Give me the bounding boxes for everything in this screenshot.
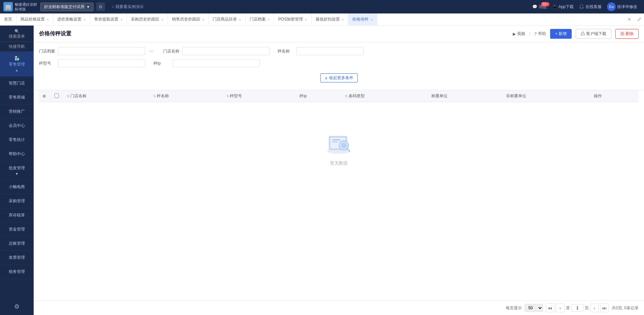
add-button[interactable]: + 新增 — [550, 29, 572, 39]
store-file-dots-button[interactable]: ··· — [148, 48, 155, 54]
tab-close-store-file[interactable]: × — [268, 18, 270, 22]
col-non-weight-unit: 非称重单位 — [503, 90, 591, 102]
tab-min-discount[interactable]: 最低折扣设置 × — [312, 13, 348, 26]
video-link[interactable]: ▶ 视频 — [513, 31, 525, 37]
sidebar-item-smart-store[interactable]: 智慧门店 — [0, 76, 34, 91]
tab-close-sale-history[interactable]: × — [202, 18, 204, 22]
headset-icon: 🎧 — [579, 4, 584, 9]
tab-purchase-strategy[interactable]: 进价策略设置 × — [53, 13, 90, 26]
table-area: 查询 设置 ⚙ ⇅ 门店名称 — [34, 90, 644, 301]
per-page-select[interactable]: 50 10 20 100 — [525, 304, 543, 312]
tab-store-file[interactable]: 门店档案 × — [246, 13, 274, 26]
tab-close-purchase-history[interactable]: × — [161, 18, 163, 22]
sidebar-settings-button[interactable]: ⚙ — [0, 298, 34, 315]
sidebar-item-retail-stats[interactable]: 零售统计 — [0, 133, 34, 147]
retail-icon: 🏪 — [14, 56, 20, 61]
sidebar-item-marketing[interactable]: 营销推广 — [0, 105, 34, 119]
content-area: 价格传秤设置 ▶ 视频 | ? 帮助 + 新增 凸 客户端下载 面 — [34, 26, 644, 315]
first-page-button[interactable]: ⏮ — [546, 304, 554, 312]
tab-close-all-button[interactable]: × — [624, 16, 634, 23]
sidebar-item-retail-mall[interactable]: 零售商城 — [0, 91, 34, 105]
prev-page-button[interactable]: ‹ — [556, 304, 565, 312]
tab-price-settings[interactable]: 商品价格设置 × — [16, 13, 53, 26]
empty-icon — [322, 129, 356, 156]
tab-purchase-history[interactable]: 采购历史价跟踪 × — [127, 13, 168, 26]
col-scale-model: ⇅ 秤型号 — [223, 90, 296, 102]
sidebar-arrow-retail: ▲ — [15, 68, 19, 72]
sidebar-item-help-center[interactable]: 帮助中心 — [0, 147, 34, 161]
tab-sale-history[interactable]: 销售历史价跟踪 × — [168, 13, 209, 26]
app-settings-button[interactable]: ⚙ — [96, 2, 105, 11]
next-page-button[interactable]: › — [590, 304, 599, 312]
tab-close-store-catalog[interactable]: × — [239, 18, 241, 22]
sidebar-item-general-ledger[interactable]: 总账管理 — [0, 237, 34, 251]
svg-rect-6 — [332, 139, 341, 140]
select-all-checkbox[interactable] — [55, 94, 59, 98]
help-link[interactable]: ? 帮助 — [534, 31, 546, 37]
tab-sale-extract[interactable]: 售价提取设置 × — [90, 13, 127, 26]
sidebar-item-tax-mgmt[interactable]: 税务管理 — [0, 265, 34, 279]
store-name-input[interactable] — [182, 47, 270, 55]
page-number-input[interactable] — [571, 304, 583, 312]
col-operation: 操作 — [591, 90, 639, 102]
sidebar-item-wholesale-mgmt[interactable]: 批发管理 ▼ — [0, 161, 34, 180]
tab-close-price-settings[interactable]: × — [47, 18, 49, 22]
filter-collapse-button[interactable]: ∧ 收起更多条件 — [320, 73, 358, 82]
page-header: 价格传秤设置 ▶ 视频 | ? 帮助 + 新增 凸 客户端下载 面 — [34, 26, 644, 42]
tab-close-purchase-strategy[interactable]: × — [83, 18, 85, 22]
tab-store-catalog[interactable]: 门店商品目录 × — [209, 13, 245, 26]
scale-model-input[interactable] — [58, 59, 145, 67]
delete-button[interactable]: 面 删除 — [615, 29, 639, 39]
sidebar-item-retail-mgmt[interactable]: 🏪 零售管理 ▲ — [0, 52, 34, 76]
online-service-button[interactable]: 🎧 在线客服 — [579, 4, 602, 10]
tab-expand-button[interactable]: ⤢ — [634, 16, 644, 23]
logo-text: 畅捷通好业财 标准版 — [15, 2, 37, 12]
demo-button[interactable]: ○ 我要看实例演示 — [112, 4, 144, 10]
tab-home[interactable]: 首页 — [0, 13, 16, 26]
sidebar-item-member-center[interactable]: 会员中心 — [0, 119, 34, 133]
message-icon: 💬 — [532, 4, 537, 9]
filter-collapse-row: ∧ 收起更多条件 — [39, 71, 639, 90]
scale-ip-input[interactable] — [172, 59, 260, 67]
sidebar-quick-nav[interactable]: 快捷导航 — [0, 42, 34, 52]
sidebar-item-finance-mgmt[interactable]: 资金管理 — [0, 222, 34, 237]
filter-row-2: 秤型号 秤ip — [39, 59, 639, 67]
filter-store-file: 门店档案 ··· — [39, 47, 155, 55]
col-scale-ip: 秤ip — [296, 90, 342, 102]
filter-row-1: 门店档案 ··· 门店名称 秤名称 — [39, 47, 639, 55]
scale-name-input[interactable] — [296, 47, 364, 55]
tab-pos-management[interactable]: POS加密管理 × — [274, 13, 312, 26]
sidebar-item-inventory[interactable]: 库存核算 — [0, 208, 34, 222]
download-button[interactable]: 凸 客户端下载 — [576, 29, 611, 39]
messages-badge: 99+ — [541, 2, 549, 6]
tab-close-min-discount[interactable]: × — [342, 18, 344, 22]
help-icon: ? — [534, 32, 537, 36]
col-settings[interactable]: ⚙ — [39, 90, 51, 102]
user-menu[interactable]: Ea 徐泽华修改 — [607, 2, 637, 11]
sidebar-search[interactable]: 🔍 搜索菜单 — [0, 26, 34, 42]
main-layout: 🔍 搜索菜单 快捷导航 🏪 零售管理 ▲ 智慧门店 零售商城 营销推广 会员中心… — [0, 26, 644, 315]
tab-close-pos-management[interactable]: × — [305, 18, 307, 22]
top-bar: 🏢 畅捷通好业财 标准版 好业财标准版交付试用 ▼ ⚙ ○ 我要看实例演示 💬 … — [0, 0, 644, 13]
store-file-label: 门店档案 — [39, 48, 55, 54]
total-info: 共0页, 0条记录 — [612, 305, 639, 311]
sidebar-item-invoice-mgmt[interactable]: 发票管理 — [0, 251, 34, 265]
filter-scale-model: 秤型号 — [39, 59, 145, 67]
sidebar-item-small-ecom[interactable]: 小畅电商 — [0, 180, 34, 194]
store-file-input[interactable] — [58, 47, 145, 55]
tab-price-scale[interactable]: 价格传秤 × — [348, 13, 377, 26]
filter-store-name: 门店名称 — [163, 47, 270, 55]
tab-close-price-scale[interactable]: × — [370, 18, 372, 22]
search-icon: 🔍 — [14, 29, 20, 34]
top-bar-center: 好业财标准版交付试用 ▼ ⚙ ○ 我要看实例演示 — [37, 2, 532, 11]
app-download-button[interactable]: 📱 App下载 — [552, 4, 574, 10]
svg-rect-7 — [332, 141, 338, 142]
table-header: ⚙ ⇅ 门店名称 ⇅ 秤名称 ⇅ 秤型号 秤ip — [39, 90, 639, 102]
tab-close-sale-extract[interactable]: × — [120, 18, 122, 22]
last-page-button[interactable]: ⏭ — [600, 304, 609, 312]
version-selector[interactable]: 好业财标准版交付试用 ▼ — [40, 3, 94, 11]
messages-button[interactable]: 💬 消息 99+ — [532, 4, 547, 10]
sidebar-item-purchase-mgmt[interactable]: 采购管理 — [0, 194, 34, 208]
app-logo: 🏢 畅捷通好业财 标准版 — [3, 2, 37, 12]
download-icon: 📱 — [552, 4, 557, 9]
